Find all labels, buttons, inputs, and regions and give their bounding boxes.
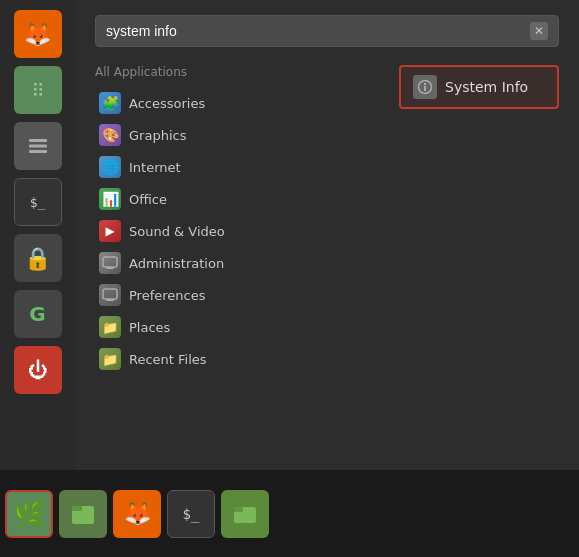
search-clear-button[interactable]: ✕ (530, 22, 548, 40)
taskbar: 🌿 🦊 $_ (0, 470, 579, 557)
category-accessories[interactable]: 🧩 Accessories (95, 87, 379, 119)
category-recent-files[interactable]: 📁 Recent Files (95, 343, 379, 375)
category-sound-video[interactable]: ▶ Sound & Video (95, 215, 379, 247)
taskbar-firefox-icon[interactable]: 🦊 (113, 490, 161, 538)
taskbar-folder-icon[interactable] (221, 490, 269, 538)
search-input[interactable] (106, 23, 530, 39)
content-area: ✕ All Applications 🧩 Accessories 🎨 Graph… (75, 0, 579, 470)
recent-files-icon: 📁 (99, 348, 121, 370)
category-graphics[interactable]: 🎨 Graphics (95, 119, 379, 151)
sound-video-label: Sound & Video (129, 224, 225, 239)
all-applications-label: All Applications (95, 65, 379, 79)
sidebar-grid-icon[interactable]: ⠿ (14, 66, 62, 114)
svg-rect-13 (234, 507, 243, 512)
sidebar-power-icon[interactable]: ⏻ (14, 346, 62, 394)
results-columns: All Applications 🧩 Accessories 🎨 Graphic… (95, 65, 559, 375)
administration-label: Administration (129, 256, 224, 271)
category-office[interactable]: 📊 Office (95, 183, 379, 215)
svg-rect-2 (29, 150, 47, 153)
recent-files-label: Recent Files (129, 352, 207, 367)
system-info-icon (413, 75, 437, 99)
graphics-label: Graphics (129, 128, 186, 143)
accessories-icon: 🧩 (99, 92, 121, 114)
system-info-label: System Info (445, 79, 528, 95)
office-label: Office (129, 192, 167, 207)
places-icon: 📁 (99, 316, 121, 338)
system-info-result[interactable]: System Info (399, 65, 559, 109)
categories-column: All Applications 🧩 Accessories 🎨 Graphic… (95, 65, 379, 375)
accessories-label: Accessories (129, 96, 205, 111)
taskbar-files-icon[interactable] (59, 490, 107, 538)
sidebar-firefox-icon[interactable]: 🦊 (14, 10, 62, 58)
sidebar-lock-icon[interactable]: 🔒 (14, 234, 62, 282)
main-area: 🦊 ⠿ $_ 🔒 G ⏻ ✕ All Applications 🧩 (0, 0, 579, 470)
places-label: Places (129, 320, 170, 335)
category-places[interactable]: 📁 Places (95, 311, 379, 343)
preferences-icon (99, 284, 121, 306)
category-internet[interactable]: 🌐 Internet (95, 151, 379, 183)
svg-rect-0 (29, 139, 47, 142)
category-administration[interactable]: Administration (95, 247, 379, 279)
taskbar-terminal-icon[interactable]: $_ (167, 490, 215, 538)
svg-rect-6 (106, 299, 114, 301)
graphics-icon: 🎨 (99, 124, 121, 146)
svg-rect-5 (103, 289, 117, 299)
sidebar-grammarly-icon[interactable]: G (14, 290, 62, 338)
search-results-column: System Info (399, 65, 559, 375)
svg-rect-4 (106, 267, 114, 269)
sidebar-manager-icon[interactable] (14, 122, 62, 170)
svg-rect-9 (424, 83, 426, 85)
preferences-label: Preferences (129, 288, 205, 303)
svg-rect-11 (72, 506, 82, 511)
taskbar-mint-icon[interactable]: 🌿 (5, 490, 53, 538)
svg-rect-3 (103, 257, 117, 267)
sidebar: 🦊 ⠿ $_ 🔒 G ⏻ (0, 0, 75, 470)
svg-rect-1 (29, 145, 47, 148)
administration-icon (99, 252, 121, 274)
sidebar-terminal-icon[interactable]: $_ (14, 178, 62, 226)
search-bar: ✕ (95, 15, 559, 47)
category-preferences[interactable]: Preferences (95, 279, 379, 311)
svg-rect-8 (424, 86, 426, 91)
office-icon: 📊 (99, 188, 121, 210)
internet-label: Internet (129, 160, 181, 175)
internet-icon: 🌐 (99, 156, 121, 178)
sound-video-icon: ▶ (99, 220, 121, 242)
